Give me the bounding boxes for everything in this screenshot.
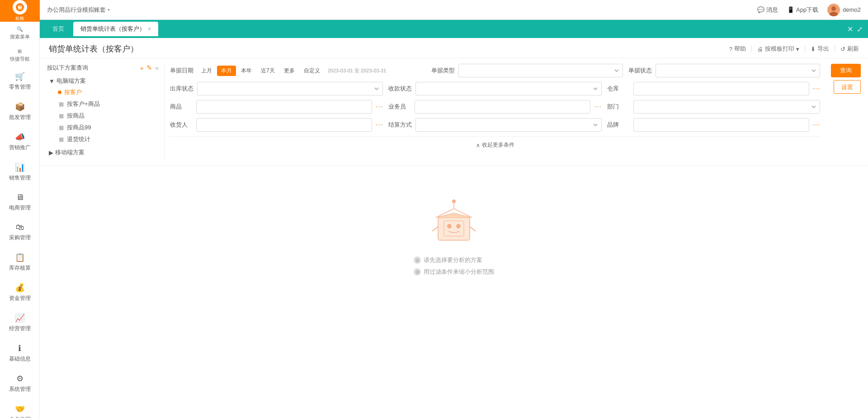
payment-select[interactable] [415, 82, 601, 95]
date-preset-3[interactable]: 近7天 [257, 66, 279, 76]
query-button[interactable]: 查询 [831, 64, 861, 77]
department-select[interactable] [633, 100, 820, 114]
group-name: 电脑端方案 [57, 77, 86, 85]
date-preset-4[interactable]: 更多 [280, 66, 299, 76]
svg-point-10 [452, 200, 456, 203]
sidebar-icon-11: 🤝 [15, 404, 25, 414]
sidebar-label-8: 经营管理 [9, 325, 31, 332]
quick-nav-item[interactable]: ⊞ 快捷导航 [0, 45, 39, 66]
sidebar-label-10: 系统管理 [9, 385, 31, 393]
sidebar-item-3[interactable]: 📊 销售管理 [9, 157, 31, 187]
message-button[interactable]: 💬 消息 [757, 6, 778, 14]
sidebar-label-7: 资金管理 [9, 294, 31, 302]
scheme-item-0-4[interactable]: ▦退货统计 [47, 133, 159, 145]
tab-home[interactable]: 首页 [45, 22, 71, 36]
sidebar-icon-2: 📣 [15, 132, 25, 142]
restore-icon[interactable]: ✕ [847, 25, 853, 33]
industry-selector[interactable]: 办公用品行业模拟账套 ▾ [47, 6, 110, 14]
salesperson-input[interactable] [415, 100, 590, 114]
scheme-item-0-1[interactable]: ▦按客户+商品 [47, 98, 159, 110]
sidebar-item-0[interactable]: 🛒 零售管理 [9, 66, 31, 96]
brand-dots[interactable]: ··· [813, 121, 820, 129]
order-status-field: 单据状态 [628, 64, 820, 77]
scheme-item-0-0[interactable]: 按客户 [47, 86, 159, 98]
sidebar-item-9[interactable]: ℹ 基础信息 [9, 338, 31, 368]
scheme-icon: ▦ [58, 136, 64, 142]
sidebar-label-9: 基础信息 [9, 355, 31, 363]
scheme-item-0-3[interactable]: ▦按商品99 [47, 122, 159, 133]
brand-input[interactable] [633, 118, 809, 132]
goods-field: 商品 ··· [170, 100, 383, 114]
sidebar-item-11[interactable]: 🤝 企业协同 [9, 399, 31, 418]
sidebar-label-5: 采购管理 [9, 234, 31, 242]
main-content: 办公用品行业模拟账套 ▾ 💬 消息 📱 App下载 demo2 首页 [40, 0, 868, 418]
salesperson-dots[interactable]: ··· [594, 103, 601, 111]
warehouse-input[interactable] [633, 82, 809, 95]
search-icon: 🔍 [17, 26, 23, 32]
scheme-group-header-0[interactable]: ▼ 电脑端方案 [47, 76, 159, 86]
sidebar-icon-5: 🛍 [16, 223, 24, 232]
scheme-group-header-1[interactable]: ▶ 移动端方案 [47, 147, 159, 158]
date-preset-5[interactable]: 自定义 [300, 66, 324, 76]
search-label: 搜索菜单 [10, 33, 30, 40]
sidebar-item-5[interactable]: 🛍 采购管理 [9, 217, 31, 247]
warehouse-dots[interactable]: ··· [813, 85, 820, 93]
search-menu-item[interactable]: 🔍 搜索菜单 [0, 22, 39, 45]
edit-scheme-button[interactable]: ✎ [146, 64, 152, 72]
tab-current[interactable]: 销货单统计表（按客户） × [73, 22, 158, 36]
sidebar-item-4[interactable]: 🖥 电商管理 [9, 187, 31, 217]
tab-close-icon[interactable]: × [148, 26, 151, 32]
stock-out-select[interactable] [197, 82, 383, 95]
date-preset-0[interactable]: 上月 [197, 66, 216, 76]
sidebar-item-6[interactable]: 📋 库存核算 [9, 247, 31, 277]
scheme-title: 按以下方案查询 [47, 64, 88, 72]
order-status-select[interactable] [656, 64, 820, 77]
sidebar-item-7[interactable]: 💰 资金管理 [9, 277, 31, 308]
receiver-input[interactable] [196, 118, 372, 132]
group-arrow: ▼ [49, 78, 55, 85]
scheme-item-label: 按商品99 [67, 124, 91, 132]
receiver-dots[interactable]: ··· [376, 121, 383, 129]
group-arrow: ▶ [49, 149, 53, 156]
order-type-select[interactable] [458, 64, 623, 77]
filter-row-1: 单据日期 上月本月本年近7天更多自定义 2023-03-01 至 2023-03… [170, 64, 820, 77]
username-label: demo2 [843, 6, 861, 13]
sidebar-item-10[interactable]: ⚙ 系统管理 [9, 368, 31, 399]
sidebar-item-1[interactable]: 📦 批发管理 [9, 96, 31, 127]
title-actions: ? 帮助 🖨 按模板打印 ▾ ⬇ 导出 ↺ 刷新 [729, 45, 859, 53]
filter-right-section: 单据日期 上月本月本年近7天更多自定义 2023-03-01 至 2023-03… [170, 64, 861, 160]
date-group: 上月本月本年近7天更多自定义 2023-03-01 至 2023-03-31 [197, 66, 426, 76]
help-button[interactable]: ? 帮助 [729, 45, 746, 53]
goods-input[interactable] [196, 100, 372, 114]
payment-label: 收款状态 [388, 85, 412, 93]
sidebar-label-3: 销售管理 [9, 174, 31, 182]
scheme-group-0: ▼ 电脑端方案按客户▦按客户+商品▦按商品▦按商品99▦退货统计 [47, 76, 159, 145]
collapse-scheme-button[interactable]: « [155, 64, 159, 71]
settings-button[interactable]: 设置 [834, 80, 861, 94]
scheme-dot [58, 90, 61, 94]
sidebar-item-8[interactable]: 📈 经营管理 [9, 308, 31, 338]
scheme-icon: ▦ [58, 124, 64, 131]
svg-point-3 [831, 6, 836, 11]
date-presets: 上月本月本年近7天更多自定义 [197, 66, 324, 76]
date-preset-2[interactable]: 本年 [237, 66, 256, 76]
settlement-select[interactable] [415, 118, 601, 132]
scheme-item-0-2[interactable]: ▦按商品 [47, 110, 159, 122]
print-button[interactable]: 🖨 按模板打印 ▾ [757, 45, 799, 53]
refresh-button[interactable]: ↺ 刷新 [840, 45, 859, 53]
export-button[interactable]: ⬇ 导出 [811, 45, 829, 53]
settlement-field: 结算方式 [388, 118, 601, 132]
app-logo[interactable]: 畅 标账 [0, 0, 40, 22]
sidebar-icon-9: ℹ [18, 343, 21, 353]
user-profile[interactable]: demo2 [827, 4, 861, 16]
date-preset-1[interactable]: 本月 [217, 66, 236, 76]
add-scheme-button[interactable]: + [140, 64, 144, 72]
sidebar-item-2[interactable]: 📣 营销推广 [9, 127, 31, 157]
receiver-field: 收货人 ··· [170, 118, 383, 132]
goods-dots[interactable]: ··· [376, 103, 383, 111]
maximize-icon[interactable]: ⤢ [857, 25, 863, 33]
collapse-more-button[interactable]: ∧ 收起更多条件 [471, 139, 520, 151]
sidebar-icon-8: 📈 [15, 313, 25, 323]
app-download-button[interactable]: 📱 App下载 [787, 6, 818, 14]
app-download-label: App下载 [796, 6, 818, 14]
